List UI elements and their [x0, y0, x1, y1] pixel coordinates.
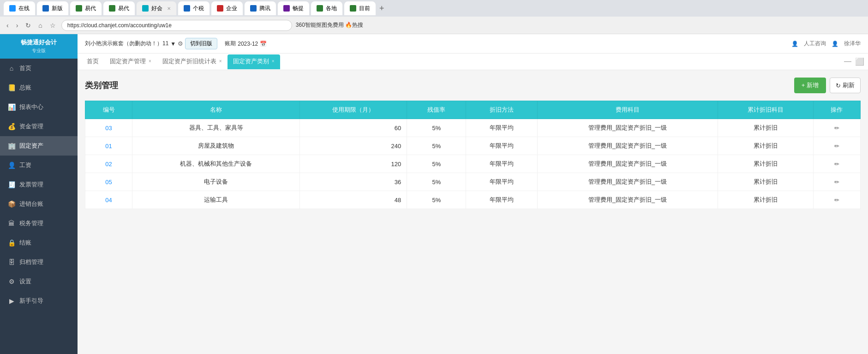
tab-fixed-asset-mgmt[interactable]: 固定资产管理 × [104, 54, 157, 69]
window-maximize-icon[interactable]: ⬜ [855, 57, 864, 66]
col-header-expense: 费用科目 [537, 101, 718, 119]
tab-favicon-4 [142, 5, 149, 12]
sidebar-item-tax[interactable]: 🏛 税务管理 [0, 214, 78, 233]
browser-tab-2[interactable]: 易代 [70, 1, 102, 15]
tab-label-8: 畅提 [293, 5, 304, 12]
back-button[interactable]: ‹ [5, 20, 11, 31]
sidebar-item-finance[interactable]: 💰 资金管理 [0, 117, 78, 136]
browser-tab-4[interactable]: 好会 ✕ [137, 1, 176, 15]
tab-bar-controls: — ⬜ [844, 57, 864, 66]
sidebar-label-close-account: 结账 [19, 239, 31, 247]
sidebar-item-settings[interactable]: ⚙ 设置 [0, 272, 78, 291]
new-tab-button[interactable]: + [377, 4, 386, 13]
page-title-row: 类别管理 + 新增 ↻ 刷新 [85, 78, 861, 93]
cell-code-0[interactable]: 03 [85, 119, 132, 137]
main-content: 刘小艳演示账套（勿删勿动！）11 ▼ ⚙ 切到旧版 账期 2023-12 📅 👤… [78, 34, 868, 354]
cell-action-1[interactable]: ✏ [813, 137, 860, 155]
edit-icon-4[interactable]: ✏ [834, 197, 839, 204]
account-dropdown-icon[interactable]: ▼ [170, 41, 176, 47]
page-title: 类别管理 [85, 80, 118, 91]
cell-method-1: 年限平均 [466, 137, 537, 155]
cell-accumulated-1: 累计折旧 [718, 137, 813, 155]
edit-icon-3[interactable]: ✏ [834, 179, 839, 186]
col-header-code: 编号 [85, 101, 132, 119]
window-minimize-icon[interactable]: — [844, 57, 851, 66]
bookmark-button[interactable]: ☆ [48, 20, 58, 31]
tab-asset-category[interactable]: 固定资产类别 × [227, 54, 280, 69]
refresh-button[interactable]: ↻ 刷新 [830, 78, 861, 93]
sidebar-label-invoice: 发票管理 [19, 180, 43, 189]
tab-fixed-asset-mgmt-label: 固定资产管理 [110, 57, 146, 66]
sidebar-item-invoice[interactable]: 🧾 发票管理 [0, 175, 78, 194]
account-settings-btn[interactable]: ⚙ [178, 40, 183, 47]
sidebar-label-stock: 进销台账 [19, 200, 43, 208]
cell-period-2: 120 [299, 155, 407, 173]
cell-action-0[interactable]: ✏ [813, 119, 860, 137]
browser-tab-9[interactable]: 各地 [311, 1, 342, 15]
cell-code-3[interactable]: 05 [85, 173, 132, 191]
browser-tab-bar: 在线 新版 易代 易代 好会 ✕ 个税 企业 腾讯 畅提 各地 目前 + [0, 0, 868, 17]
refresh-label: 刷新 [843, 81, 855, 90]
tab-close-depreciation-stats[interactable]: × [219, 59, 222, 64]
sidebar-item-guide[interactable]: ▶ 新手引导 [0, 291, 78, 311]
tab-depreciation-stats[interactable]: 固定资产折旧统计表 × [157, 54, 227, 69]
sidebar-item-home[interactable]: ⌂ 首页 [0, 59, 78, 78]
table-row: 01 房屋及建筑物 240 5% 年限平均 管理费用_固定资产折旧_一级 累计折… [85, 137, 861, 155]
page-body: 类别管理 + 新增 ↻ 刷新 编号 名称 使用期限（月） 残值率 [78, 70, 868, 354]
browser-tab-0[interactable]: 在线 [4, 1, 35, 15]
browser-tab-6[interactable]: 企业 [211, 1, 243, 15]
edit-icon-2[interactable]: ✏ [834, 161, 839, 168]
browser-tab-10[interactable]: 目前 [344, 1, 376, 15]
search-area: 360智能抠图免费用 🔥热搜 [296, 21, 363, 29]
sidebar-item-archive[interactable]: 🗄 归档管理 [0, 252, 78, 272]
tab-close-fixed-asset-mgmt[interactable]: × [149, 59, 151, 64]
url-input[interactable] [61, 20, 292, 31]
consult-label[interactable]: 人工咨询 [804, 40, 826, 48]
sidebar: 畅捷通好会计 专业版 ⌂ 首页 📒 总账 📊 报表中心 💰 资金管理 🏢 固定资… [0, 34, 78, 354]
tab-label-3: 易代 [118, 5, 129, 12]
calendar-icon[interactable]: 📅 [260, 41, 267, 47]
tab-label-1: 新版 [52, 5, 63, 12]
cell-code-4[interactable]: 04 [85, 191, 132, 209]
sidebar-item-report[interactable]: 📊 报表中心 [0, 97, 78, 117]
user-label[interactable]: 徐泽华 [844, 40, 861, 48]
browser-tab-3[interactable]: 易代 [103, 1, 135, 15]
sidebar-item-close-account[interactable]: 🔒 结账 [0, 233, 78, 252]
tab-home[interactable]: 首页 [81, 54, 104, 69]
sidebar-label-guide: 新手引导 [19, 297, 43, 305]
forward-button[interactable]: › [14, 20, 20, 31]
browser-tab-1[interactable]: 新版 [37, 1, 68, 15]
app-edition: 专业版 [32, 48, 46, 54]
sidebar-item-ledger[interactable]: 📒 总账 [0, 78, 78, 97]
sidebar-item-fixed-asset[interactable]: 🏢 固定资产 [0, 136, 78, 156]
cell-expense-1: 管理费用_固定资产折旧_一级 [537, 137, 718, 155]
switch-version-btn[interactable]: 切到旧版 [185, 38, 217, 49]
cell-code-1[interactable]: 01 [85, 137, 132, 155]
tab-favicon-5 [184, 5, 190, 12]
tax-icon: 🏛 [7, 219, 16, 228]
cell-action-4[interactable]: ✏ [813, 191, 860, 209]
table-header-row: 编号 名称 使用期限（月） 残值率 折旧方法 费用科目 累计折旧科目 操作 [85, 101, 861, 119]
browser-tab-close-4[interactable]: ✕ [167, 6, 171, 11]
browser-tab-7[interactable]: 腾讯 [245, 1, 276, 15]
tab-close-asset-category[interactable]: × [272, 59, 275, 64]
sidebar-label-tax: 税务管理 [19, 219, 43, 228]
tab-favicon-3 [109, 5, 115, 12]
col-header-action: 操作 [813, 101, 860, 119]
browser-tab-5[interactable]: 个税 [178, 1, 210, 15]
browser-tab-8[interactable]: 畅提 [278, 1, 309, 15]
sidebar-item-payroll[interactable]: 👤 工资 [0, 156, 78, 175]
add-button[interactable]: + 新增 [794, 78, 826, 93]
reload-button[interactable]: ↻ [24, 20, 33, 31]
cell-code-2[interactable]: 02 [85, 155, 132, 173]
edit-icon-1[interactable]: ✏ [834, 143, 839, 150]
sidebar-label-report: 报表中心 [19, 103, 43, 111]
cell-action-3[interactable]: ✏ [813, 173, 860, 191]
cell-action-2[interactable]: ✏ [813, 155, 860, 173]
edit-icon-0[interactable]: ✏ [834, 125, 839, 132]
sidebar-item-stock[interactable]: 📦 进销台账 [0, 194, 78, 214]
cell-accumulated-4: 累计折旧 [718, 191, 813, 209]
cell-method-0: 年限平均 [466, 119, 537, 137]
home-button[interactable]: ⌂ [36, 20, 44, 31]
search-label: 360智能抠图免费用 🔥热搜 [296, 21, 363, 29]
